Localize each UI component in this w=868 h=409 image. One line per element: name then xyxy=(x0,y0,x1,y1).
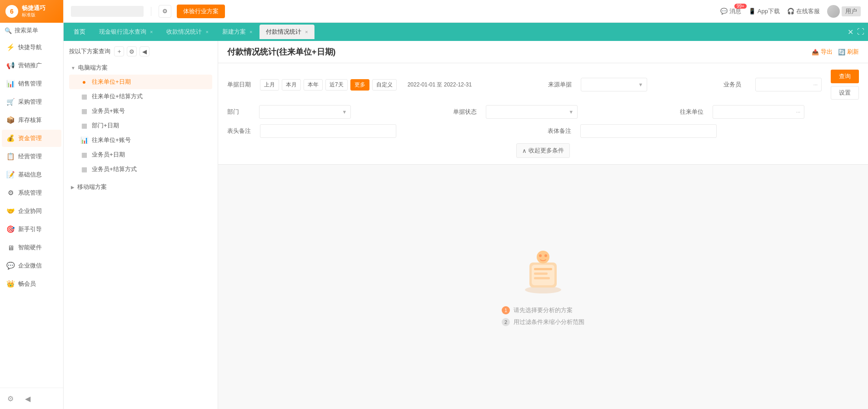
scheme-partner-account-icon: 📊 xyxy=(80,136,88,144)
logo-text-block: 畅捷通巧 标准版 xyxy=(22,5,45,18)
window-expand-btn[interactable]: ⛶ xyxy=(857,28,864,36)
tab-payment-stats[interactable]: 付款情况统计 × xyxy=(259,25,314,39)
scheme-salesperson-settlement-label: 业务员+结算方式 xyxy=(92,165,137,173)
tab-receivable-stats[interactable]: 收款情况统计 × xyxy=(160,25,215,39)
topbar-right: 💬 消息 99+ 📱 App下载 🎧 在线客服 用户 xyxy=(720,5,861,18)
scheme-salesperson-account[interactable]: ▦ 业务员+账号 xyxy=(69,104,212,118)
scheme-partner-date-icon: ● xyxy=(80,78,88,86)
salesperson-select[interactable]: ··· xyxy=(755,78,822,91)
window-close-btn[interactable]: ✕ xyxy=(848,28,853,36)
date-btn-last-month[interactable]: 上月 xyxy=(260,79,279,91)
guide-icon: 🎯 xyxy=(6,225,15,233)
scheme-salesperson-settlement[interactable]: ▦ 业务员+结算方式 xyxy=(69,162,212,177)
scheme-dept-date[interactable]: ▦ 部门+日期 xyxy=(69,118,212,133)
message-icon: 💬 xyxy=(720,8,728,15)
sidebar-item-system[interactable]: ⚙ 系统管理 xyxy=(2,184,61,202)
query-button[interactable]: 查询 xyxy=(831,70,859,83)
message-badge: 99+ xyxy=(734,4,747,9)
tab-new-plan-label: 新建方案 xyxy=(222,28,246,36)
sidebar-item-label: 新手引导 xyxy=(18,225,42,233)
service-btn[interactable]: 🎧 在线客服 xyxy=(787,7,820,15)
topbar-gear-btn[interactable]: ⚙ xyxy=(159,5,171,18)
wechat-icon: 💬 xyxy=(6,262,15,270)
panel-collapse-btn[interactable]: ◀ xyxy=(140,46,150,56)
sidebar-item-label: 智能硬件 xyxy=(18,243,42,252)
collapse-row: ∧ 收起更多条件 xyxy=(227,143,859,158)
scheme-partner-date[interactable]: ● 往来单位+日期 xyxy=(69,75,212,89)
sidebar-item-basic[interactable]: 📝 基础信息 xyxy=(2,166,61,183)
sidebar-search[interactable]: 🔍 搜索菜单 xyxy=(0,23,63,38)
tab-payment-stats-close[interactable]: × xyxy=(305,29,308,35)
dept-select[interactable]: ▼ xyxy=(259,105,351,119)
sidebar-item-finance[interactable]: 💰 资金管理 xyxy=(2,130,61,147)
sidebar-item-management[interactable]: 📋 经营管理 xyxy=(2,148,61,165)
sidebar-item-label: 营销推广 xyxy=(18,61,42,70)
date-btn-more[interactable]: 更多 xyxy=(350,79,369,91)
scheme-partner-account[interactable]: 📊 往来单位+账号 xyxy=(69,133,212,147)
date-btn-custom[interactable]: 自定义 xyxy=(372,79,397,91)
tip-text-2: 用过滤条件来缩小分析范围 xyxy=(514,318,584,326)
svg-point-6 xyxy=(537,251,549,263)
tab-bank-flow[interactable]: 现金银行流水查询 × xyxy=(93,25,159,39)
svg-point-7 xyxy=(539,254,542,257)
filter-area: 单据日期 上月 本月 本年 近7天 更多 自定义 2022-01-01 至 20… xyxy=(218,63,868,165)
header-note-label: 表头备注 xyxy=(227,127,251,135)
sidebar-item-marketing[interactable]: 📢 营销推广 xyxy=(2,57,61,74)
sidebar-item-wechat[interactable]: 💬 企业微信 xyxy=(2,257,61,274)
sidebar-item-quick-nav[interactable]: ⚡ 快捷导航 xyxy=(2,39,61,56)
service-icon: 🎧 xyxy=(787,8,794,15)
header-note-input[interactable] xyxy=(260,124,396,138)
sidebar-item-company[interactable]: 🤝 企业协同 xyxy=(2,202,61,220)
mobile-section-header[interactable]: ▶ 移动端方案 xyxy=(69,180,212,194)
sidebar-item-guide[interactable]: 🎯 新手引导 xyxy=(2,221,61,238)
tab-home[interactable]: 首页 xyxy=(67,25,92,39)
scheme-partner-settlement[interactable]: ▦ 往来单位+结算方式 xyxy=(69,89,212,104)
tab-receivable-stats-close[interactable]: × xyxy=(205,29,208,35)
sidebar-settings-btn[interactable]: ⚙ xyxy=(4,392,17,405)
export-button[interactable]: 📤 导出 xyxy=(812,48,833,56)
doc-status-select[interactable]: ▼ xyxy=(486,105,578,119)
body-note-input[interactable] xyxy=(580,124,717,138)
message-btn[interactable]: 💬 消息 99+ xyxy=(720,7,741,15)
date-btn-7days[interactable]: 近7天 xyxy=(325,79,348,91)
sidebar-item-inventory[interactable]: 📦 库存核算 xyxy=(2,111,61,129)
sidebar-collapse-btn[interactable]: ◀ xyxy=(21,392,35,405)
purchase-icon: 🛒 xyxy=(6,98,15,106)
settings-button[interactable]: 设置 xyxy=(831,86,859,100)
app-download-btn[interactable]: 📱 App下载 xyxy=(748,7,780,15)
scheme-salesperson-date[interactable]: ▦ 业务员+日期 xyxy=(69,147,212,162)
sidebar-item-sales[interactable]: 📊 销售管理 xyxy=(2,75,61,92)
tab-bank-flow-close[interactable]: × xyxy=(150,29,153,35)
page-actions: 📤 导出 🔄 刷新 xyxy=(812,48,859,56)
svg-rect-3 xyxy=(534,268,552,270)
pc-section-header[interactable]: ▼ 电脑端方案 xyxy=(69,61,212,75)
sidebar-item-hardware[interactable]: 🖥 智能硬件 xyxy=(2,239,61,256)
sales-icon: 📊 xyxy=(6,80,15,88)
content-area: 按以下方案查询 ＋ ⚙ ◀ ▼ 电脑端方案 ● 往来单位+日期 ▦ xyxy=(64,41,868,409)
panel-settings-btn[interactable]: ⚙ xyxy=(127,46,137,56)
sidebar-item-member[interactable]: 👑 畅会员 xyxy=(2,275,61,293)
date-btn-this-month[interactable]: 本月 xyxy=(282,79,301,91)
filter-action-buttons: 查询 设置 xyxy=(831,70,859,100)
filter-row-2: 部门 ▼ 单据状态 ▼ 往来单位 ··· xyxy=(227,105,859,119)
doc-status-label: 单据状态 xyxy=(453,108,477,116)
collapse-more-btn[interactable]: ∧ 收起更多条件 xyxy=(516,143,570,158)
sidebar-item-purchase[interactable]: 🛒 采购管理 xyxy=(2,93,61,111)
partner-select[interactable]: ··· xyxy=(713,105,804,119)
tab-new-plan[interactable]: 新建方案 × xyxy=(216,25,259,39)
date-btn-this-year[interactable]: 本年 xyxy=(304,79,323,91)
tab-new-plan-close[interactable]: × xyxy=(249,29,252,35)
source-select[interactable]: ▼ xyxy=(581,78,647,91)
pc-section-label: 电脑端方案 xyxy=(78,64,108,72)
empty-state: 1 请先选择要分析的方案 2 用过滤条件来缩小分析范围 xyxy=(218,165,868,409)
left-panel: 按以下方案查询 ＋ ⚙ ◀ ▼ 电脑端方案 ● 往来单位+日期 ▦ xyxy=(64,41,218,409)
export-label: 导出 xyxy=(821,48,833,56)
refresh-button[interactable]: 🔄 刷新 xyxy=(838,48,859,56)
svg-rect-4 xyxy=(534,273,548,275)
trial-button[interactable]: 体验行业方案 xyxy=(177,5,225,18)
collapse-label: 收起更多条件 xyxy=(529,146,564,155)
salesperson-label: 业务员 xyxy=(723,81,746,89)
member-icon: 👑 xyxy=(6,280,15,288)
panel-add-btn[interactable]: ＋ xyxy=(114,46,124,56)
user-avatar-area[interactable]: 用户 xyxy=(827,5,861,18)
